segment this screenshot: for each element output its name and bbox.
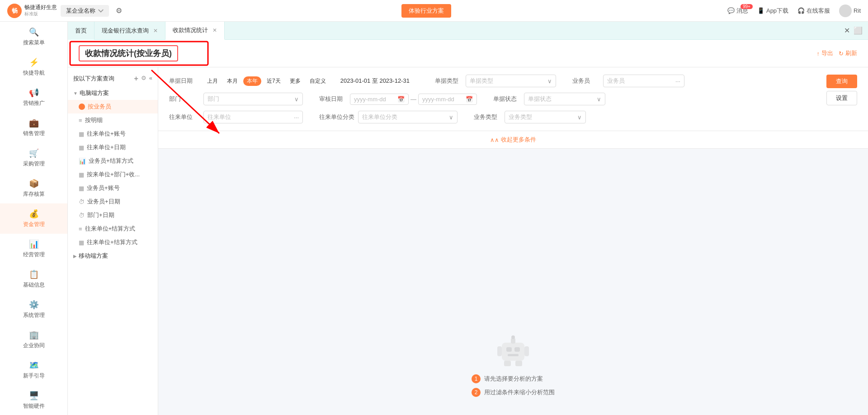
- sidebar-item-inventory[interactable]: 📦 库存核算: [0, 173, 67, 203]
- calendar-end-icon[interactable]: 📅: [466, 96, 473, 103]
- partner-selector[interactable]: 往来单位 ···: [203, 111, 303, 123]
- user-item[interactable]: Rit: [839, 5, 861, 17]
- sidebar-item-search[interactable]: 🔍 搜索菜单: [0, 22, 67, 52]
- scheme-group-mobile-title[interactable]: ▶ 移动端方案: [68, 249, 158, 263]
- date-pill-this-month[interactable]: 本月: [223, 76, 241, 86]
- calendar-start-icon[interactable]: 📅: [397, 96, 405, 103]
- partner-label: 往来单位: [169, 113, 196, 121]
- scheme-item-partner-payment2[interactable]: ▦ 往来单位+结算方式: [68, 236, 158, 249]
- scheme-item-salesman-payment[interactable]: 📊 业务员+结算方式: [68, 154, 158, 168]
- online-service-item[interactable]: 🎧 在线客服: [797, 7, 830, 15]
- sidebar-item-hardware[interactable]: 🖥️ 智能硬件: [0, 385, 67, 415]
- trial-button[interactable]: 体验行业方案: [401, 4, 451, 18]
- date-pill-more[interactable]: 更多: [286, 76, 304, 86]
- scheme-item-dept-date-label: 部门+日期: [87, 211, 114, 219]
- salesman-selector[interactable]: 业务员 ···: [603, 75, 684, 87]
- workspace-selector[interactable]: 某企业名称: [61, 5, 109, 17]
- logo-name: 畅捷通好生意: [24, 4, 57, 11]
- maximize-icon[interactable]: ⬜: [854, 26, 863, 35]
- scheme-item-partner-payment[interactable]: ≡ 往来单位+结算方式: [68, 222, 158, 236]
- sidebar-item-purchase[interactable]: 🛒 采购管理: [0, 143, 67, 173]
- sidebar-item-quick-nav[interactable]: ⚡ 快捷导航: [0, 52, 67, 82]
- review-date-start[interactable]: yyyy-mm-dd 📅: [350, 94, 409, 105]
- scheme-item-by-salesman[interactable]: 按业务员: [68, 100, 158, 113]
- doc-type-selector[interactable]: 单据类型 ∨: [466, 75, 556, 87]
- sidebar-item-sales[interactable]: 💼 销售管理: [0, 113, 67, 143]
- sidebar-label-purchase: 采购管理: [23, 160, 45, 168]
- tab-bank-flow-close[interactable]: ✕: [153, 28, 158, 34]
- scheme-item-salesman-account[interactable]: ▦ 业务员+账号: [68, 181, 158, 195]
- hint-num-2: 2: [472, 388, 481, 397]
- sidebar-item-marketing[interactable]: 📢 营销推广: [0, 82, 67, 113]
- scheme-settings-icon[interactable]: ⚙: [141, 75, 146, 83]
- scheme-item-by-detail[interactable]: ≡ 按明细: [68, 113, 158, 127]
- dept-selector[interactable]: 部门 ∨: [203, 93, 303, 105]
- business-type-selector[interactable]: 业务类型 ∨: [505, 111, 586, 123]
- scheme-panel-title: 按以下方案查询: [73, 75, 114, 83]
- tab-home[interactable]: 首页: [68, 22, 94, 40]
- top-bar: 畅 畅捷通好生意 标准版 某企业名称 ⚙ 体验行业方案 💬 消息 99+ 📱 A…: [0, 0, 868, 22]
- top-bar-right: 💬 消息 99+ 📱 App下载 🎧 在线客服 Rit: [727, 5, 861, 17]
- scheme-item-partner-account[interactable]: ▦ 往来单位+账号: [68, 127, 158, 141]
- data-area: 1 请先选择要分析的方案 2 用过滤条件来缩小分析范围: [158, 149, 868, 415]
- app-download-icon: 📱: [757, 7, 764, 14]
- sidebar-item-operations[interactable]: 📊 经营管理: [0, 234, 67, 264]
- salesman-more-icon[interactable]: ···: [675, 78, 680, 85]
- review-date-group: 审核日期 yyyy-mm-dd 📅 — yyyy-mm-dd: [319, 94, 477, 105]
- partner-more-icon[interactable]: ···: [294, 114, 299, 121]
- sidebar-item-enterprise[interactable]: 🏢 企业协同: [0, 325, 67, 355]
- sidebar-item-guide[interactable]: 🗺️ 新手引导: [0, 355, 67, 385]
- tab-bank-flow[interactable]: 现金银行流水查询 ✕: [94, 22, 165, 40]
- partner-value: 往来单位: [208, 113, 231, 121]
- review-date-inputs: yyyy-mm-dd 📅 — yyyy-mm-dd 📅: [350, 94, 477, 105]
- collapse-button[interactable]: ∧∧ 收起更多条件: [490, 136, 536, 144]
- scheme-item-partner-date[interactable]: ▦ 往来单位+日期: [68, 141, 158, 154]
- messages-item[interactable]: 💬 消息 99+: [727, 7, 748, 15]
- review-date-end[interactable]: yyyy-mm-dd 📅: [418, 94, 477, 105]
- tab-receipt-stats-close[interactable]: ✕: [212, 27, 217, 33]
- scheme-item-partner-payment2-label: 往来单位+结算方式: [87, 238, 137, 246]
- scheme-item-dept-date[interactable]: ⏱ 部门+日期: [68, 208, 158, 222]
- logo-text-group: 畅捷通好生意 标准版: [24, 4, 57, 18]
- business-type-value: 业务类型: [509, 113, 532, 121]
- refresh-label: 刷新: [845, 49, 857, 57]
- clock-icon: ⏱: [79, 198, 85, 205]
- refresh-button[interactable]: ↻ 刷新: [839, 49, 857, 57]
- date-pill-last-month[interactable]: 上月: [203, 76, 222, 86]
- sidebar-label-guide: 新手引导: [23, 372, 45, 380]
- date-pill-custom[interactable]: 自定义: [306, 76, 330, 86]
- tab-receipt-stats[interactable]: 收款情况统计 ✕: [165, 22, 225, 40]
- pc-group-label: 电脑端方案: [80, 89, 109, 97]
- filter-row-3: 往来单位 往来单位 ··· 往来单位分类 往来单位分类 ∨: [169, 111, 819, 123]
- export-button[interactable]: ↑ 导出: [817, 49, 834, 57]
- sidebar-item-finance[interactable]: 💰 资金管理: [0, 203, 67, 234]
- settings-button[interactable]: ⚙: [113, 5, 125, 17]
- salesman-group: 业务员 业务员 ···: [572, 75, 684, 87]
- date-pill-this-year[interactable]: 本年: [243, 76, 261, 86]
- user-label: Rit: [854, 7, 861, 14]
- sidebar-label-quick-nav: 快捷导航: [23, 69, 45, 77]
- person-icon: [79, 104, 85, 110]
- review-date-end-text: yyyy-mm-dd: [422, 96, 454, 103]
- query-button[interactable]: 查询: [826, 75, 857, 88]
- content-area: 首页 现金银行流水查询 ✕ 收款情况统计 ✕ ✕ ⬜ 收款情况统计(按业务员) …: [68, 22, 868, 415]
- doc-status-selector[interactable]: 单据状态 ∨: [524, 93, 605, 105]
- app-download-item[interactable]: 📱 App下载: [757, 7, 788, 15]
- partner-category-selector[interactable]: 往来单位分类 ∨: [358, 111, 458, 123]
- date-pill-7days[interactable]: 近7天: [263, 76, 284, 86]
- set-button[interactable]: 设置: [826, 91, 857, 105]
- close-window-icon[interactable]: ✕: [844, 26, 850, 35]
- sidebar-item-base-info[interactable]: 📋 基础信息: [0, 264, 67, 294]
- chevron-down-icon: [98, 8, 104, 14]
- scheme-item-partner-dept[interactable]: ▦ 按来单位+部门+收...: [68, 168, 158, 181]
- scheme-item-salesman-label: 按业务员: [88, 103, 111, 111]
- sidebar-item-system[interactable]: ⚙️ 系统管理: [0, 294, 67, 325]
- add-scheme-icon[interactable]: +: [134, 75, 138, 83]
- grid-icon: ▦: [79, 131, 84, 137]
- page-title: 收款情况统计(按业务员): [79, 45, 178, 61]
- briefcase-icon: 💼: [29, 118, 39, 128]
- collapse-scheme-icon[interactable]: «: [149, 75, 152, 83]
- scheme-item-salesman-date[interactable]: ⏱ 业务员+日期: [68, 195, 158, 208]
- doc-type-arrow: ∨: [547, 78, 552, 85]
- scheme-group-pc-title[interactable]: ▼ 电脑端方案: [68, 86, 158, 100]
